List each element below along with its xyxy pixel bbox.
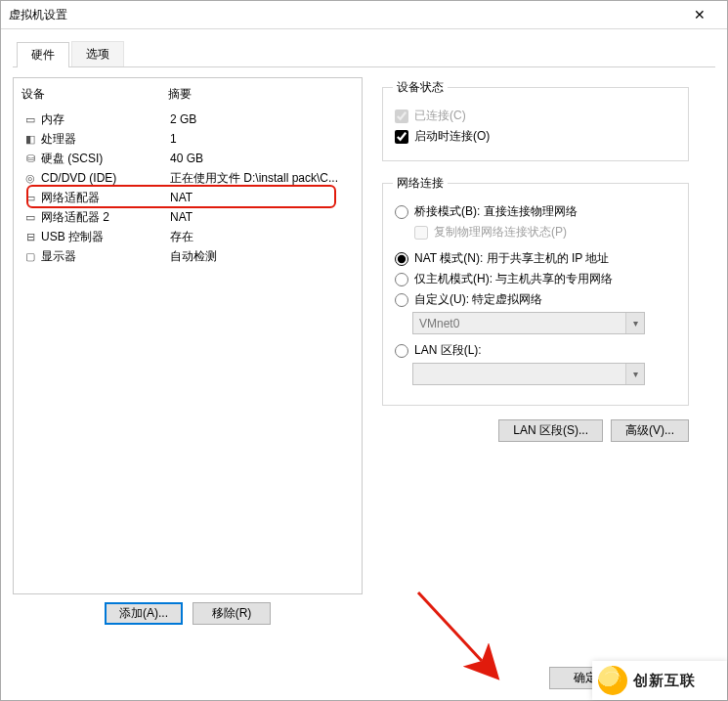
add-device-button[interactable]: 添加(A)... <box>105 602 183 625</box>
disk-icon: ⛁ <box>21 153 39 165</box>
chevron-down-icon: ▾ <box>625 364 644 384</box>
device-list-header: 设备 摘要 <box>14 82 362 110</box>
device-row-usb[interactable]: ⊟ USB 控制器 存在 <box>14 227 362 246</box>
device-row-display[interactable]: ▢ 显示器 自动检测 <box>14 246 362 266</box>
custom-radio[interactable] <box>395 293 408 307</box>
remove-device-button[interactable]: 移除(R) <box>193 602 271 625</box>
brand-logo-icon <box>598 666 627 695</box>
usb-icon: ⊟ <box>21 231 39 243</box>
device-row-cpu[interactable]: ◧ 处理器 1 <box>14 129 362 149</box>
chevron-down-icon: ▾ <box>625 313 644 333</box>
device-list[interactable]: 设备 摘要 ▭ 内存 2 GB ◧ 处理器 1 ⛁ <box>13 77 363 594</box>
device-row-disk[interactable]: ⛁ 硬盘 (SCSI) 40 GB <box>14 149 362 168</box>
nic-icon: ▭ <box>21 192 39 204</box>
custom-net-value: VMnet0 <box>419 317 459 330</box>
connected-checkbox <box>395 110 408 123</box>
device-row-nic2[interactable]: ▭ 网络适配器 2 NAT <box>14 207 362 227</box>
connected-label: 已连接(C) <box>414 108 466 124</box>
advanced-button[interactable]: 高级(V)... <box>611 419 689 442</box>
device-row-nic1[interactable]: ▭ 网络适配器 NAT <box>14 188 362 207</box>
device-row-memory[interactable]: ▭ 内存 2 GB <box>14 110 362 129</box>
device-row-cdrom[interactable]: ◎ CD/DVD (IDE) 正在使用文件 D:\install pack\C.… <box>14 168 362 188</box>
hostonly-label: 仅主机模式(H): 与主机共享的专用网络 <box>414 271 613 287</box>
brand-badge: 创新互联 <box>592 661 727 700</box>
bridged-label: 桥接模式(B): 直接连接物理网络 <box>414 203 578 220</box>
cpu-icon: ◧ <box>21 133 39 146</box>
lan-radio[interactable] <box>395 344 408 358</box>
nat-label: NAT 模式(N): 用于共享主机的 IP 地址 <box>414 250 609 267</box>
window-title: 虚拟机设置 <box>9 7 680 23</box>
col-summary-header: 摘要 <box>168 86 354 103</box>
col-device-header: 设备 <box>21 86 168 103</box>
replicate-label: 复制物理网络连接状态(P) <box>434 224 567 241</box>
close-button[interactable]: ✕ <box>680 3 719 26</box>
nat-radio[interactable] <box>395 252 408 266</box>
hostonly-radio[interactable] <box>395 273 408 286</box>
tabs-bar: 硬件 选项 <box>13 41 715 67</box>
display-icon: ▢ <box>21 250 39 263</box>
titlebar: 虚拟机设置 ✕ <box>1 1 727 29</box>
replicate-checkbox <box>414 226 428 240</box>
brand-text: 创新互联 <box>633 672 696 690</box>
custom-net-combo: VMnet0 ▾ <box>412 312 645 334</box>
network-connection-group: 网络连接 桥接模式(B): 直接连接物理网络 复制物理网络连接状态(P) NAT… <box>382 175 689 406</box>
lan-label: LAN 区段(L): <box>414 342 482 359</box>
custom-label: 自定义(U): 特定虚拟网络 <box>414 291 542 308</box>
connect-on-poweron-checkbox[interactable] <box>395 130 408 144</box>
device-status-group: 设备状态 已连接(C) 启动时连接(O) <box>382 79 689 161</box>
nic-icon: ▭ <box>21 211 39 224</box>
lan-segments-button[interactable]: LAN 区段(S)... <box>498 419 603 442</box>
memory-icon: ▭ <box>21 113 39 126</box>
tab-options[interactable]: 选项 <box>71 41 124 66</box>
network-connection-legend: 网络连接 <box>393 175 448 192</box>
bridged-radio[interactable] <box>395 205 408 219</box>
cdrom-icon: ◎ <box>21 172 39 185</box>
connect-on-poweron-label: 启动时连接(O) <box>414 128 490 145</box>
lan-segment-combo: ▾ <box>412 363 645 385</box>
tab-hardware[interactable]: 硬件 <box>17 42 69 67</box>
device-status-legend: 设备状态 <box>393 79 448 96</box>
